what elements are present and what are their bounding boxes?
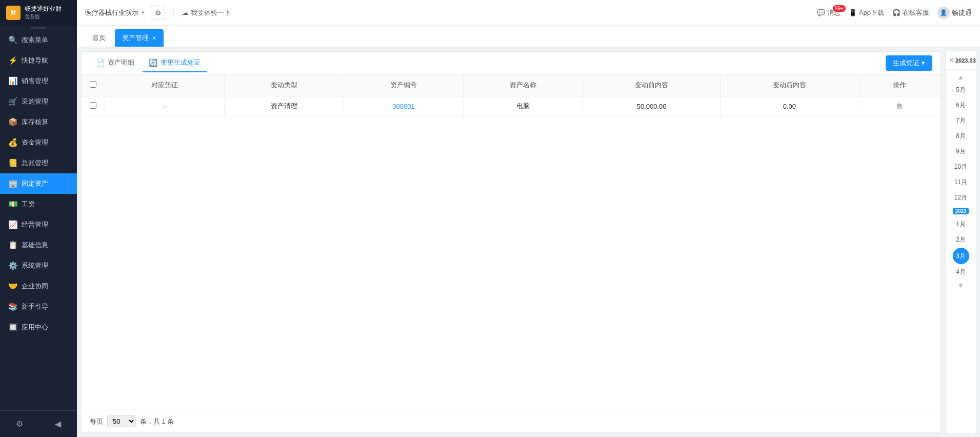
sidebar-item-inventory[interactable]: 📦 库存核算 (0, 112, 77, 132)
content-area: 📄 资产明细 🔄 变更生成凭证 生成凭证 ▾ (77, 47, 980, 437)
calendar-month-10[interactable]: 10月 (948, 160, 974, 174)
col-action: 操作 (858, 74, 941, 96)
generate-voucher-btn[interactable]: 生成凭证 ▾ (886, 55, 932, 71)
gear-icon: ⚙ (155, 9, 162, 17)
calendar-month-2023-1[interactable]: 1月 (948, 217, 974, 232)
message-badge: 99+ (833, 5, 846, 12)
col-voucher: 对应凭证 (105, 74, 225, 96)
table-wrapper: 对应凭证 变动类型 资产编号 资产名称 变动前内容 变动后内容 操作 (82, 74, 941, 410)
right-calendar-panel: ✕ 2023.03 ⤡ ▲ 5月 6月 7月 8月 9月 10月 11月 12月 (945, 51, 976, 433)
pagination-bar: 每页 50 10 20 100 条，共 1 条 (82, 410, 941, 432)
ledger-icon: 📒 (8, 158, 17, 168)
calendar-month-7[interactable]: 7月 (948, 113, 974, 128)
calendar-month-2023-4[interactable]: 4月 (948, 265, 974, 280)
cell-action: 🗑 (858, 96, 941, 116)
calendar-month-5[interactable]: 5月 (948, 83, 974, 97)
cell-before-content: 50,000.00 (583, 96, 721, 116)
basics-icon: 📋 (8, 241, 17, 250)
sidebar-item-appstore[interactable]: 🔲 应用中心 (0, 317, 77, 337)
calendar-month-9[interactable]: 9月 (948, 144, 974, 159)
tab-bar: 首页 资产管理 ✕ (77, 26, 980, 47)
tab-asset-detail[interactable]: 📄 资产明细 (90, 54, 141, 72)
sidebar-item-guide[interactable]: 📚 新手引导 (0, 296, 77, 317)
calendar-month-6[interactable]: 6月 (948, 98, 974, 113)
col-asset-name: 资产名称 (463, 74, 583, 96)
sidebar-item-assets[interactable]: 🏢 固定资产 (0, 173, 77, 194)
dropdown-arrow-icon: ▾ (922, 59, 925, 67)
row-checkbox-cell (82, 96, 105, 116)
topbar: 医疗器械行业演示 ▾ ⚙ ☁ 我要体验一下 💬 消息 99+ 📱 App下载 🎧… (77, 0, 980, 26)
sidebar-item-purchase[interactable]: 🛒 采购管理 (0, 91, 77, 112)
cell-voucher: -- (105, 96, 225, 116)
calendar-month-list: ▲ 5月 6月 7月 8月 9月 10月 11月 12月 2023 1月 2月 … (946, 70, 976, 433)
col-before-content: 变动前内容 (583, 74, 721, 96)
sidebar-logo: 财 畅捷通好业财 普及版 (0, 0, 77, 26)
sidebar-item-quicknav[interactable]: ⚡ 快捷导航 (0, 50, 77, 71)
cell-change-type: 资产清理 (224, 96, 344, 116)
sidebar-bottom: ⚙ ◀ (0, 410, 77, 437)
change-voucher-icon: 🔄 (149, 58, 157, 67)
sidebar-item-basics[interactable]: 📋 基础信息 (0, 235, 77, 255)
sidebar: 财 畅捷通好业财 普及版 🔍 搜索菜单 ⚡ 快捷导航 📊 销售管理 🛒 采购管理… (0, 0, 77, 437)
service-icon: 🎧 (892, 9, 901, 16)
message-btn[interactable]: 💬 消息 99+ (817, 8, 841, 17)
user-menu[interactable]: 👤 畅捷通 (937, 7, 972, 19)
collab-icon: 🤝 (8, 282, 17, 291)
collapse-sidebar-btn[interactable]: ◀ (38, 415, 77, 433)
main-area: 医疗器械行业演示 ▾ ⚙ ☁ 我要体验一下 💬 消息 99+ 📱 App下载 🎧… (77, 0, 980, 437)
calendar-next-btn[interactable]: ▼ (954, 280, 968, 290)
tab-change-voucher[interactable]: 🔄 变更生成凭证 (143, 54, 207, 72)
tab-home[interactable]: 首页 (85, 29, 113, 47)
cell-asset-name: 电脑 (463, 96, 583, 116)
col-change-type: 变动类型 (224, 74, 344, 96)
tab-assets-mgmt[interactable]: 资产管理 ✕ (115, 29, 164, 47)
cell-after-content: 0.00 (721, 96, 858, 116)
calendar-month-11[interactable]: 11月 (948, 175, 974, 190)
tab-close-icon[interactable]: ✕ (152, 35, 156, 42)
col-asset-no: 资产编号 (344, 74, 463, 96)
app-logo-icon: 财 (6, 6, 21, 20)
sales-icon: 📊 (8, 76, 17, 86)
nav-list: 🔍 搜索菜单 ⚡ 快捷导航 📊 销售管理 🛒 采购管理 📦 库存核算 💰 资金管… (0, 30, 77, 410)
assets-icon: 🏢 (8, 179, 17, 188)
panel-close-btn[interactable]: ✕ (948, 55, 955, 65)
company-selector[interactable]: 医疗器械行业演示 ▾ (85, 8, 145, 17)
avatar: 👤 (937, 7, 950, 19)
calendar-period-label: 2023.03 (955, 57, 976, 64)
col-after-content: 变动后内容 (721, 74, 858, 96)
calendar-month-2023-2[interactable]: 2月 (948, 232, 974, 247)
sidebar-item-funds[interactable]: 💰 资金管理 (0, 132, 77, 153)
online-service-btn[interactable]: 🎧 在线客服 (892, 8, 929, 17)
experience-icon: ☁ (182, 9, 189, 16)
calendar-month-12[interactable]: 12月 (948, 190, 974, 205)
settings-bottom-btn[interactable]: ⚙ (0, 415, 38, 433)
app-edition: 普及版 (25, 13, 62, 21)
app-download-btn[interactable]: 📱 App下载 (849, 8, 884, 17)
sidebar-item-operations[interactable]: 📈 经营管理 (0, 214, 77, 235)
system-icon: ⚙️ (8, 261, 17, 270)
sidebar-item-sales[interactable]: 📊 销售管理 (0, 71, 77, 91)
company-dropdown-arrow: ▾ (142, 9, 145, 16)
select-all-checkbox[interactable] (90, 81, 96, 88)
per-page-select[interactable]: 50 10 20 100 (107, 415, 136, 427)
row-checkbox[interactable] (90, 102, 96, 109)
sidebar-item-ledger[interactable]: 📒 总账管理 (0, 153, 77, 173)
operations-icon: 📈 (8, 220, 17, 229)
message-icon: 💬 (817, 9, 825, 16)
table-row: -- 资产清理 000001 电脑 50,000.00 0.00 🗑 (82, 96, 941, 116)
topbar-right: 💬 消息 99+ 📱 App下载 🎧 在线客服 👤 畅捷通 (817, 7, 972, 19)
sidebar-item-system[interactable]: ⚙️ 系统管理 (0, 255, 77, 276)
sidebar-item-search[interactable]: 🔍 搜索菜单 (0, 30, 77, 50)
experience-btn[interactable]: ☁ 我要体验一下 (182, 8, 231, 17)
sidebar-item-collab[interactable]: 🤝 企业协同 (0, 276, 77, 296)
data-table: 对应凭证 变动类型 资产编号 资产名称 变动前内容 变动后内容 操作 (82, 74, 941, 116)
calendar-month-2023-3[interactable]: 3月 (953, 248, 969, 264)
calendar-month-8[interactable]: 8月 (948, 129, 974, 144)
funds-icon: 💰 (8, 138, 17, 147)
topbar-settings-btn[interactable]: ⚙ (151, 6, 165, 20)
sidebar-item-payroll[interactable]: 💵 工资 (0, 194, 77, 214)
inventory-icon: 📦 (8, 117, 17, 127)
calendar-prev-btn[interactable]: ▲ (954, 72, 968, 82)
delete-row-btn[interactable]: 🗑 (896, 102, 903, 110)
table-select-all-header (82, 74, 105, 96)
